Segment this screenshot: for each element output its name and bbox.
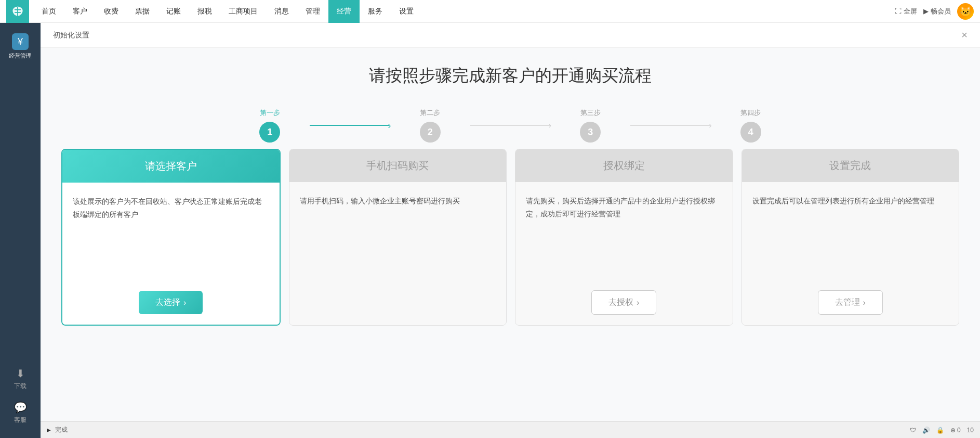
step-card-1-body: 该处展示的客户为不在回收站、客户状态正常建账后完成老板端绑定的所有客户 (62, 183, 280, 280)
select-arrow-icon: › (183, 298, 186, 307)
content-header: 初始化设置 × (41, 23, 980, 48)
page-title: 请按照步骤完成新客户的开通购买流程 (61, 65, 959, 87)
step-card-2-desc: 请用手机扫码，输入小微企业主账号密码进行购买 (300, 197, 460, 205)
step-card-1-desc: 该处展示的客户为不在回收站、客户状态正常建账后完成老板端绑定的所有客户 (73, 197, 262, 218)
manage-arrow-icon: › (863, 298, 866, 307)
step-node-2: 第二步 2 (390, 108, 470, 143)
step-cards: 请选择客户 该处展示的客户为不在回收站、客户状态正常建账后完成老板端绑定的所有客… (61, 149, 959, 326)
sidebar-support[interactable]: 💬 客服 (0, 396, 41, 430)
notification-label: ⊕ 0 (950, 427, 961, 434)
shield-icon: 🛡 (910, 427, 916, 434)
content-area: 初始化设置 × 请按照步骤完成新客户的开通购买流程 第一步 1 › (41, 23, 980, 438)
step-label-2: 第二步 (420, 108, 440, 118)
top-nav: 首页 客户 收费 票据 记账 报税 工商项目 消息 管理 经营 服务 设置 ⛶ … (0, 0, 980, 23)
select-customer-button[interactable]: 去选择 › (139, 291, 203, 314)
fullscreen-button[interactable]: ⛶ 全屏 (895, 7, 917, 16)
nav-account[interactable]: 记账 (158, 0, 189, 23)
step-card-3-footer: 去授权 › (515, 280, 733, 325)
nav-charge[interactable]: 收费 (96, 0, 127, 23)
nav-manage[interactable]: 管理 (297, 0, 328, 23)
support-icon: 💬 (14, 401, 27, 414)
time-label: 10 (967, 427, 974, 434)
sidebar-bottom: ⬇ 下载 💬 客服 (0, 362, 41, 438)
nav-message[interactable]: 消息 (266, 0, 297, 23)
step-circle-1: 1 (259, 122, 280, 143)
main-content: 请按照步骤完成新客户的开通购买流程 第一步 1 › 第二步 2 (41, 48, 980, 421)
step-node-4: 第四步 4 (711, 108, 791, 143)
nav-service[interactable]: 服务 (360, 0, 391, 23)
bottom-bar-left: ▶ 完成 (47, 426, 68, 434)
nav-items: 首页 客户 收费 票据 记账 报税 工商项目 消息 管理 经营 服务 设置 (33, 0, 895, 23)
step-card-3-desc: 请先购买，购买后选择开通的产品中的企业用户进行授权绑定，成功后即可进行经营管理 (526, 197, 715, 218)
step-circle-3: 3 (580, 122, 601, 143)
connector-1-2: › (310, 120, 390, 131)
step-card-3-body: 请先购买，购买后选择开通的产品中的企业用户进行授权绑定，成功后即可进行经营管理 (515, 182, 733, 280)
step-card-1-title: 请选择客户 (145, 160, 197, 172)
step-node-3: 第三步 3 (550, 108, 630, 143)
nav-operation[interactable]: 经营 (328, 0, 360, 23)
step-card-4-footer: 去管理 › (742, 280, 959, 325)
nav-customer[interactable]: 客户 (64, 0, 96, 23)
status-label: 完成 (55, 426, 68, 434)
manage-button[interactable]: 去管理 › (818, 290, 883, 315)
step-card-4-title: 设置完成 (829, 160, 871, 171)
authorize-button[interactable]: 去授权 › (591, 290, 656, 315)
play-icon: ▶ (47, 427, 51, 433)
nav-ticket[interactable]: 票据 (127, 0, 158, 23)
step-node-1: 第一步 1 (230, 108, 310, 143)
step-label-3: 第三步 (580, 108, 601, 118)
step-card-1: 请选择客户 该处展示的客户为不在回收站、客户状态正常建账后完成老板端绑定的所有客… (61, 149, 281, 326)
step-card-4-body: 设置完成后可以在管理列表进行所有企业用户的经营管理 (742, 182, 959, 280)
nav-home[interactable]: 首页 (33, 0, 64, 23)
nav-settings[interactable]: 设置 (391, 0, 422, 23)
step-card-2-title: 手机扫码购买 (366, 160, 429, 171)
step-card-3-header: 授权绑定 (515, 149, 733, 182)
step-card-2-body: 请用手机扫码，输入小微企业主账号密码进行购买 (289, 182, 507, 304)
step-circle-2: 2 (420, 122, 441, 143)
operation-icon: ¥ (12, 33, 29, 50)
bottom-bar-right: 🛡 🔊 🔒 ⊕ 0 10 (910, 427, 974, 434)
lock-icon: 🔒 (936, 427, 944, 434)
breadcrumb: 初始化设置 (53, 31, 89, 40)
step-card-4-desc: 设置完成后可以在管理列表进行所有企业用户的经营管理 (752, 197, 934, 205)
step-circle-4: 4 (740, 122, 761, 143)
sidebar-item-label: 经营管理 (9, 52, 32, 60)
step-card-3: 授权绑定 请先购买，购买后选择开通的产品中的企业用户进行授权绑定，成功后即可进行… (515, 149, 733, 326)
step-card-1-footer: 去选择 › (62, 280, 280, 325)
authorize-arrow-icon: › (637, 298, 639, 307)
connector-3-4: › (630, 121, 710, 130)
step-card-1-header: 请选择客户 (62, 150, 280, 183)
sidebar: ¥ 经营管理 ⬇ 下载 💬 客服 (0, 23, 41, 438)
close-button[interactable]: × (961, 29, 968, 41)
step-card-2-header: 手机扫码购买 (289, 149, 507, 182)
nav-right: ⛶ 全屏 ▶ 畅会员 🐱 (895, 3, 974, 20)
step-card-4: 设置完成 设置完成后可以在管理列表进行所有企业用户的经营管理 去管理 › (741, 149, 960, 326)
bottom-bar: ▶ 完成 🛡 🔊 🔒 ⊕ 0 10 (41, 421, 980, 438)
sidebar-item-operation[interactable]: ¥ 经营管理 (0, 27, 41, 66)
step-card-2-footer (289, 304, 507, 325)
sidebar-download[interactable]: ⬇ 下载 (0, 362, 41, 396)
nav-logo (6, 0, 29, 23)
step-label-4: 第四步 (740, 108, 761, 118)
avatar[interactable]: 🐱 (957, 3, 974, 20)
speaker-icon: 🔊 (922, 427, 930, 434)
steps-progress: 第一步 1 › 第二步 2 › (198, 108, 822, 143)
download-icon: ⬇ (16, 367, 25, 380)
step-card-3-title: 授权绑定 (603, 160, 645, 171)
step-card-4-header: 设置完成 (742, 149, 959, 182)
connector-2-3: › (470, 121, 550, 130)
nav-business[interactable]: 工商项目 (220, 0, 266, 23)
member-button[interactable]: ▶ 畅会员 (923, 7, 951, 16)
step-card-2: 手机扫码购买 请用手机扫码，输入小微企业主账号密码进行购买 (289, 149, 507, 326)
nav-tax[interactable]: 报税 (189, 0, 220, 23)
step-label-1: 第一步 (260, 108, 280, 118)
